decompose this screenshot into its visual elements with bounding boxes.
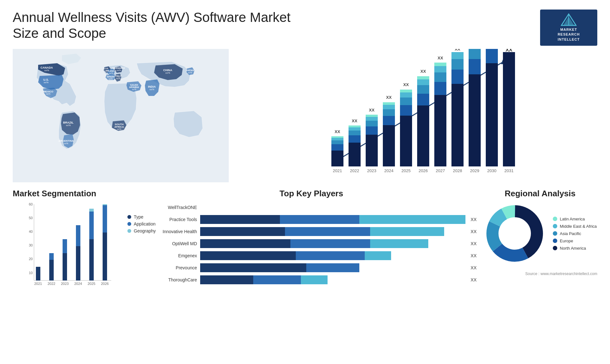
svg-rect-125 — [103, 204, 107, 205]
svg-rect-92 — [503, 52, 515, 166]
svg-rect-62 — [400, 116, 412, 166]
bar-seg3 — [370, 239, 429, 248]
donut-chart — [483, 202, 546, 265]
player-row: Prevounce XX — [146, 263, 477, 272]
bottom-row: Market Segmentation 60 50 40 30 20 10 — [0, 182, 610, 303]
svg-text:XX: XX — [455, 49, 460, 51]
svg-rect-122 — [89, 209, 94, 212]
svg-text:xx%: xx% — [149, 88, 154, 91]
svg-rect-42 — [331, 136, 343, 138]
player-xx: XX — [471, 217, 477, 222]
svg-rect-74 — [434, 95, 446, 166]
svg-text:2023: 2023 — [61, 282, 69, 286]
svg-text:xx%: xx% — [109, 72, 113, 74]
svg-text:XX: XX — [369, 108, 375, 112]
svg-text:2026: 2026 — [101, 282, 109, 286]
svg-text:2024: 2024 — [384, 168, 394, 173]
segmentation-title: Market Segmentation — [13, 189, 133, 199]
svg-text:2028: 2028 — [453, 168, 462, 173]
svg-text:20: 20 — [29, 257, 33, 261]
svg-rect-57 — [383, 116, 395, 125]
svg-text:2027: 2027 — [436, 168, 445, 173]
player-xx: XX — [471, 241, 477, 246]
svg-text:XX: XX — [489, 49, 495, 50]
player-row: Emgenex XX — [146, 251, 477, 260]
reg-label-north-america: North America — [560, 246, 586, 251]
bar-seg3 — [365, 251, 391, 260]
svg-point-137 — [499, 218, 530, 249]
svg-text:xx%: xx% — [66, 124, 71, 127]
svg-text:XX: XX — [472, 49, 478, 50]
source-text: Source : www.marketresearchintellect.com — [483, 272, 597, 276]
player-row: Practice Tools XX — [146, 215, 477, 224]
top-content: CANADA xx% U.S. xx% MEXICO xx% BRAZIL xx… — [0, 49, 610, 182]
regional-section: Regional Analysis — [483, 189, 597, 303]
bar-seg1 — [200, 263, 306, 272]
svg-rect-53 — [366, 117, 378, 121]
svg-rect-71 — [417, 79, 429, 85]
svg-text:2023: 2023 — [367, 168, 376, 173]
svg-rect-68 — [417, 105, 429, 166]
world-map: CANADA xx% U.S. xx% MEXICO xx% BRAZIL xx… — [13, 49, 229, 182]
svg-text:xx%: xx% — [117, 128, 121, 130]
svg-text:xx%: xx% — [46, 93, 50, 95]
page-title: Annual Wellness Visits (AWV) Software Ma… — [13, 10, 299, 42]
player-row: OptiWell MD XX — [146, 239, 477, 248]
bar-seg3 — [359, 215, 465, 224]
svg-rect-46 — [349, 131, 361, 135]
players-section: Top Key Players WellTrackONE Practice To… — [140, 189, 477, 303]
svg-text:xx%: xx% — [132, 88, 136, 91]
player-name: Prevounce — [146, 265, 197, 270]
svg-text:xx%: xx% — [108, 78, 112, 80]
bar-seg2 — [253, 275, 301, 284]
player-row: WellTrackONE — [146, 203, 477, 212]
svg-text:30: 30 — [29, 243, 33, 247]
svg-rect-58 — [383, 109, 395, 116]
svg-text:XX: XX — [386, 95, 392, 100]
reg-label-middle-east: Middle East & Africa — [560, 224, 597, 229]
player-bar-container — [200, 215, 465, 224]
svg-text:2022: 2022 — [350, 168, 359, 173]
svg-rect-118 — [76, 246, 80, 280]
svg-text:2026: 2026 — [419, 168, 428, 173]
svg-text:xx%: xx% — [64, 142, 68, 145]
svg-rect-115 — [49, 253, 54, 260]
svg-rect-83 — [451, 52, 464, 59]
player-xx: XX — [471, 277, 477, 282]
svg-rect-40 — [331, 140, 343, 144]
bar-seg2 — [285, 227, 370, 236]
legend-dot-type — [127, 215, 131, 219]
svg-text:2031: 2031 — [505, 168, 514, 173]
legend-dot-application — [127, 222, 131, 226]
reg-label-asia-pacific: Asia Pacific — [560, 231, 581, 236]
player-xx: XX — [471, 253, 477, 258]
svg-text:50: 50 — [29, 216, 33, 220]
svg-rect-87 — [469, 49, 481, 59]
regional-legend: Latin America Middle East & Africa Asia … — [553, 217, 597, 251]
svg-rect-70 — [417, 85, 429, 94]
reg-legend-europe: Europe — [553, 239, 597, 243]
svg-rect-69 — [417, 94, 429, 105]
svg-rect-86 — [469, 59, 481, 74]
player-name: ThoroughCare — [146, 277, 197, 282]
segmentation-section: Market Segmentation 60 50 40 30 20 10 — [13, 189, 133, 303]
svg-rect-44 — [349, 143, 361, 166]
svg-rect-56 — [383, 125, 395, 166]
svg-text:2021: 2021 — [34, 282, 42, 286]
player-row: ThoroughCare XX — [146, 275, 477, 284]
players-title: Top Key Players — [146, 189, 477, 199]
reg-dot-europe — [553, 239, 557, 243]
reg-legend-asia-pacific: Asia Pacific — [553, 231, 597, 236]
bar-seg2 — [296, 251, 365, 260]
svg-rect-82 — [451, 59, 464, 70]
player-name: Practice Tools — [146, 217, 197, 222]
svg-rect-66 — [400, 90, 412, 92]
svg-text:XX: XX — [335, 129, 340, 134]
svg-rect-114 — [49, 260, 54, 280]
player-bar-container — [200, 203, 477, 212]
svg-rect-77 — [434, 66, 446, 72]
player-xx: XX — [471, 265, 477, 270]
svg-text:2030: 2030 — [487, 168, 497, 173]
svg-text:xx%: xx% — [44, 81, 48, 84]
svg-text:xx%: xx% — [117, 69, 121, 71]
